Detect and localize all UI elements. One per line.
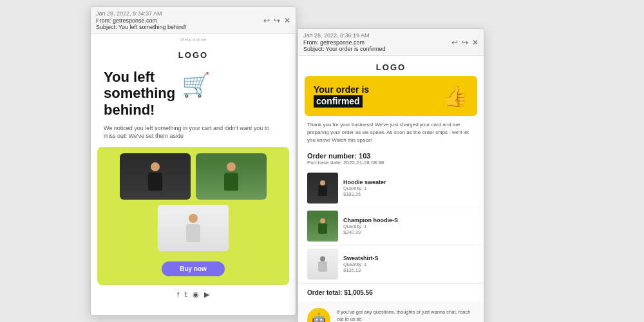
order-item-image-1 xyxy=(307,173,338,204)
order-item-name-2: Champion hoodie-S xyxy=(343,217,475,223)
body-1 xyxy=(148,173,162,191)
support-footer: 🤖 If you've got any questions, thoughts … xyxy=(298,301,484,322)
right-subject: Subject: Your order is confirmed xyxy=(303,46,451,52)
order-number-section: Order number: 103 Purchase date: 2022-01… xyxy=(298,148,484,169)
order-item-qty-2: Quantity: 1 xyxy=(343,223,475,229)
mini-head-1 xyxy=(320,180,325,185)
hero-text: You left something behind! xyxy=(104,69,175,118)
order-item-row-1: Hoodie sweater Quantity: 1 $182.26 xyxy=(298,169,484,207)
order-item-image-2 xyxy=(307,211,338,242)
banner-line1: Your order is xyxy=(314,84,369,95)
buy-now-button[interactable]: Buy now xyxy=(162,261,225,276)
mini-figure-3 xyxy=(318,256,327,272)
product-image-3 xyxy=(158,205,229,251)
left-subject: Subject: You left something behind! xyxy=(96,24,263,30)
right-reply-icon[interactable]: ↩ xyxy=(451,38,458,47)
order-item-qty-1: Quantity: 1 xyxy=(343,185,475,191)
support-avatar: 🤖 xyxy=(307,308,330,322)
right-logo: LOGO xyxy=(298,56,484,76)
left-title-bar: Jan 28, 2022, 8:34:37 AM From: getrespon… xyxy=(91,7,296,34)
right-email-info: Jan 28, 2022, 8:36:19 AM From: getrespon… xyxy=(303,32,451,52)
left-email-window: Jan 28, 2022, 8:34:37 AM From: getrespon… xyxy=(90,6,296,316)
right-close-icon[interactable]: ✕ xyxy=(472,38,478,47)
left-logo: LOGO xyxy=(91,45,296,62)
order-item-name-1: Hoodie sweater xyxy=(343,179,475,185)
right-date: Jan 28, 2022, 8:36:19 AM xyxy=(303,32,451,39)
top-products-row: Hoodie sweater $183.26 Champion hoodie-S… xyxy=(104,153,283,200)
order-confirmed-banner: Your order is confirmed 👍 xyxy=(305,76,477,116)
forward-icon[interactable]: ↪ xyxy=(274,16,280,25)
order-item-qty-3: Quantity: 1 xyxy=(343,261,475,267)
bottom-products-row: Sweatshirt-S $136.13 xyxy=(104,205,283,251)
view-online-link[interactable]: View online xyxy=(91,34,296,45)
right-forward-icon[interactable]: ↪ xyxy=(462,38,468,47)
right-email-body: LOGO Your order is confirmed 👍 Thank you… xyxy=(298,56,484,322)
mini-body-3 xyxy=(318,261,327,272)
hero-title: You left something behind! xyxy=(104,69,175,118)
order-item-name-3: Sweatshirt-S xyxy=(343,255,475,261)
left-from: From: getresponse.com xyxy=(96,17,263,24)
body-3 xyxy=(186,224,200,242)
figure-3 xyxy=(186,214,200,242)
avatar-emoji: 🤖 xyxy=(312,312,326,322)
mini-figure-2 xyxy=(318,218,327,234)
product-card-2: Champion hoodie-S $240.39 xyxy=(196,153,267,200)
close-icon[interactable]: ✕ xyxy=(284,16,290,25)
products-grid: Hoodie sweater $183.26 Champion hoodie-S… xyxy=(97,147,289,285)
order-item-details-3: Sweatshirt-S Quantity: 1 $135.13 xyxy=(343,255,475,273)
twitter-icon[interactable]: 𝕥 xyxy=(184,290,187,299)
head-2 xyxy=(227,162,236,171)
right-window-actions: ↩ ↪ ✕ xyxy=(451,38,478,47)
order-item-row-3: Sweatshirt-S Quantity: 1 $135.13 xyxy=(298,245,484,283)
order-item-details-1: Hoodie sweater Quantity: 1 $182.26 xyxy=(343,179,475,197)
mini-head-2 xyxy=(320,218,325,223)
mini-body-1 xyxy=(318,185,327,196)
left-window-actions: ↩ ↪ ✕ xyxy=(263,16,290,25)
left-hero-section: You left something behind! 🛒 xyxy=(91,62,296,124)
cart-icon: 🛒 xyxy=(182,71,211,99)
mini-head-3 xyxy=(320,256,325,261)
order-item-price-3: $135.13 xyxy=(343,267,475,273)
product-image-1 xyxy=(120,153,191,200)
order-item-price-2: $240.39 xyxy=(343,229,475,235)
order-total-row: Order total: $1,005.56 xyxy=(298,283,484,301)
product-card-1: Hoodie sweater $183.26 xyxy=(120,153,191,200)
youtube-icon[interactable]: ▶ xyxy=(204,290,209,299)
thank-you-text: Thank you for your business! We've just … xyxy=(298,121,484,148)
support-message: If you've got any questions, thoughts or… xyxy=(337,309,470,322)
left-email-info: Jan 28, 2022, 8:34:37 AM From: getrespon… xyxy=(96,10,263,30)
body-2 xyxy=(224,173,238,191)
left-email-body: View online LOGO You left something behi… xyxy=(91,34,296,304)
order-item-row-2: Champion hoodie-S Quantity: 1 $240.39 xyxy=(298,207,484,245)
hero-subtext: We noticed you left something in your ca… xyxy=(91,124,296,147)
order-item-details-2: Champion hoodie-S Quantity: 1 $240.39 xyxy=(343,217,475,235)
facebook-icon[interactable]: f xyxy=(177,290,179,299)
social-icons-row: f 𝕥 ◉ ▶ xyxy=(91,285,296,304)
left-date: Jan 28, 2022, 8:34:37 AM xyxy=(96,10,263,17)
head-1 xyxy=(151,162,160,171)
right-title-bar: Jan 28, 2022, 8:36:19 AM From: getrespon… xyxy=(298,29,484,56)
confirmed-highlight: confirmed xyxy=(314,95,363,108)
order-confirmed-text: Your order is confirmed xyxy=(314,84,369,108)
order-number-label: Order number: 103 xyxy=(307,152,475,160)
order-item-image-3 xyxy=(307,249,338,279)
mini-figure-1 xyxy=(318,180,327,196)
right-from: From: getresponse.com xyxy=(303,39,451,46)
figure-1 xyxy=(148,162,162,191)
mini-body-2 xyxy=(318,223,327,234)
thumbs-up-icon: 👍 xyxy=(442,84,468,108)
figure-2 xyxy=(224,162,238,191)
purchase-date-label: Purchase date: 2022-01-28 08:38 xyxy=(307,160,475,166)
right-email-window: Jan 28, 2022, 8:36:19 AM From: getrespon… xyxy=(298,28,484,322)
product-card-3: Sweatshirt-S $136.13 xyxy=(158,205,229,251)
order-item-price-1: $182.26 xyxy=(343,191,475,197)
instagram-icon[interactable]: ◉ xyxy=(193,290,199,299)
head-3 xyxy=(189,214,198,223)
support-text-block: If you've got any questions, thoughts or… xyxy=(337,308,475,322)
buy-button-wrap: Buy now xyxy=(104,256,283,279)
reply-icon[interactable]: ↩ xyxy=(263,16,270,25)
product-image-2 xyxy=(196,153,267,200)
